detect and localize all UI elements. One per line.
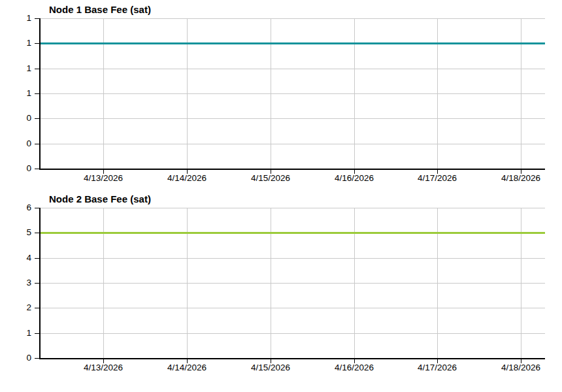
- chart-node1-base-fee: Node 1 Base Fee (sat) 11110004/13/20264/…: [0, 0, 562, 189]
- y-tick-label: 5: [0, 227, 31, 238]
- y-gridline: [41, 93, 545, 94]
- plot-area-node2: 65432104/13/20264/14/20264/15/20264/16/2…: [41, 208, 545, 358]
- y-gridline: [41, 333, 545, 334]
- y-tick: [35, 18, 39, 19]
- chart-title-node1: Node 1 Base Fee (sat): [49, 4, 151, 15]
- y-tick-label: 1: [0, 63, 31, 74]
- y-gridline: [41, 144, 545, 144]
- y-axis: [39, 18, 41, 170]
- series-line-node-1-base-fee-sat-: [41, 42, 545, 44]
- y-tick: [35, 308, 39, 308]
- y-tick-label: 2: [0, 302, 31, 313]
- plot-area-node1: 11110004/13/20264/14/20264/15/20264/16/2…: [41, 18, 545, 169]
- y-tick-label: 1: [0, 38, 31, 48]
- y-tick-label: 6: [0, 203, 31, 213]
- x-tick-label: 4/17/2026: [405, 173, 470, 184]
- y-gridline: [41, 69, 545, 69]
- y-tick-label: 1: [0, 13, 31, 24]
- x-gridline: [271, 18, 271, 169]
- charts-page: Node 1 Base Fee (sat) 11110004/13/20264/…: [0, 0, 562, 392]
- y-tick: [35, 93, 39, 94]
- y-tick: [35, 233, 39, 233]
- chart-node2-base-fee: Node 2 Base Fee (sat) 65432104/13/20264/…: [0, 189, 562, 392]
- x-gridline: [521, 18, 521, 169]
- x-tick-label: 4/13/2026: [71, 173, 136, 184]
- y-tick: [35, 208, 39, 208]
- x-gridline: [271, 208, 271, 358]
- x-tick: [437, 359, 438, 363]
- y-tick-label: 1: [0, 88, 31, 99]
- x-tick-label: 4/16/2026: [322, 173, 387, 184]
- y-tick: [35, 69, 39, 69]
- y-tick-label: 0: [0, 163, 31, 174]
- x-tick-label: 4/15/2026: [238, 363, 303, 373]
- y-gridline: [41, 118, 545, 119]
- x-tick: [521, 170, 521, 174]
- x-gridline: [187, 208, 188, 358]
- x-tick: [354, 170, 355, 174]
- y-gridline: [41, 208, 545, 208]
- y-tick-label: 4: [0, 253, 31, 263]
- x-gridline: [521, 208, 521, 358]
- x-tick-label: 4/14/2026: [154, 363, 220, 373]
- y-tick-label: 1: [0, 328, 31, 338]
- y-tick-label: 0: [0, 113, 31, 123]
- x-gridline: [437, 18, 438, 169]
- x-gridline: [437, 208, 438, 358]
- x-tick-label: 4/18/2026: [488, 363, 554, 373]
- x-tick: [103, 359, 104, 363]
- x-tick-label: 4/13/2026: [71, 363, 136, 373]
- y-tick: [35, 118, 39, 119]
- x-axis: [39, 358, 545, 359]
- x-tick: [354, 359, 355, 363]
- y-gridline: [41, 308, 545, 308]
- x-tick: [187, 170, 188, 174]
- y-tick-label: 0: [0, 353, 31, 363]
- x-tick: [437, 170, 438, 174]
- y-tick: [35, 169, 39, 169]
- x-gridline: [103, 18, 104, 169]
- x-axis: [39, 169, 545, 170]
- x-tick-label: 4/14/2026: [154, 173, 220, 184]
- y-tick: [35, 333, 39, 334]
- y-tick: [35, 283, 39, 284]
- y-gridline: [41, 18, 545, 19]
- x-tick: [103, 170, 104, 174]
- y-tick: [35, 144, 39, 144]
- x-gridline: [103, 208, 104, 358]
- x-tick-label: 4/16/2026: [322, 363, 387, 373]
- x-gridline: [354, 18, 355, 169]
- y-tick-label: 0: [0, 139, 31, 149]
- x-gridline: [354, 208, 355, 358]
- y-tick: [35, 43, 39, 44]
- x-tick: [271, 359, 271, 363]
- y-gridline: [41, 258, 545, 259]
- y-tick: [35, 258, 39, 259]
- x-tick-label: 4/17/2026: [405, 363, 470, 373]
- x-tick-label: 4/15/2026: [238, 173, 303, 184]
- chart-title-node2: Node 2 Base Fee (sat): [49, 193, 151, 204]
- x-tick: [521, 359, 521, 363]
- y-axis: [39, 208, 41, 359]
- x-tick-label: 4/18/2026: [488, 173, 554, 184]
- series-line-node-2-base-fee-sat-: [41, 232, 545, 234]
- x-tick: [187, 359, 188, 363]
- y-tick-label: 3: [0, 278, 31, 288]
- x-gridline: [187, 18, 188, 169]
- x-tick: [271, 170, 271, 174]
- y-gridline: [41, 283, 545, 284]
- y-tick: [35, 358, 39, 359]
